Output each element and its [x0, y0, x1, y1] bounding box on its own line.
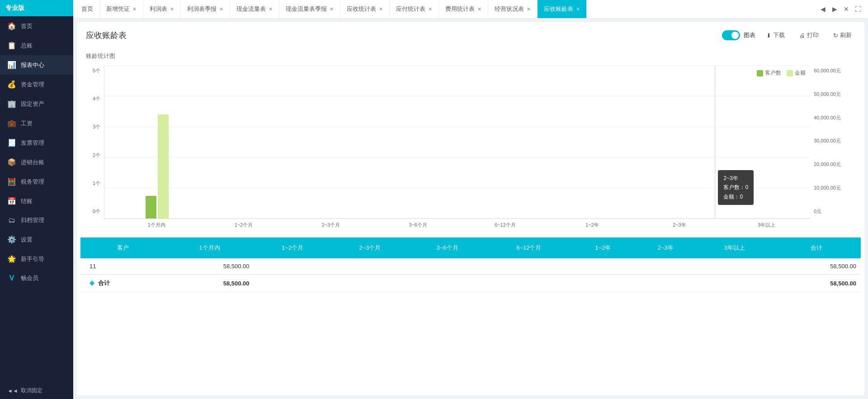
cell-customer: 11 — [80, 258, 165, 275]
sidebar-item-label: 结账 — [21, 197, 33, 205]
download-label: 下载 — [773, 31, 785, 39]
aging-table: 客户 1个月内 1~2个月 2~3个月 3~6个月 6~12个月 1~2年 2~… — [80, 238, 861, 292]
cell-m612 — [486, 258, 571, 275]
table-header-row: 客户 1个月内 1~2个月 2~3个月 3~6个月 6~12个月 1~2年 2~… — [80, 238, 861, 258]
sidebar-item-tax[interactable]: 🧮 税务管理 — [0, 172, 73, 191]
th-customer: 客户 — [80, 238, 165, 258]
th-m36: 3~6个月 — [409, 238, 486, 258]
payroll-icon: 💼 — [7, 119, 16, 128]
sidebar-item-home[interactable]: 🏠 首页 — [0, 16, 73, 36]
th-y12: 1~2年 — [572, 238, 635, 258]
sidebar-item-label: 首页 — [21, 22, 33, 30]
cell-y23 — [634, 258, 697, 275]
cell-m23 — [331, 258, 409, 275]
chart-bars-row — [104, 66, 810, 218]
tab-aging[interactable]: 应收账龄表 ✕ — [538, 0, 587, 18]
tab-close-aging[interactable]: ✕ — [576, 6, 580, 12]
tab-nav-prev[interactable]: ◀ — [817, 4, 828, 14]
sidebar: 专业版 🏠 首页 📋 总账 📊 报表中心 💰 资金管理 🏢 固定资产 💼 工资 … — [0, 0, 73, 399]
sidebar-item-vip[interactable]: V 畅会员 — [0, 269, 73, 288]
total-y12 — [572, 275, 635, 292]
tab-close-cashflow-quarterly[interactable]: ✕ — [330, 6, 334, 12]
sidebar-item-archive[interactable]: 🗂 归档管理 — [0, 211, 73, 230]
tab-cashflow[interactable]: 现金流量表 ✕ — [230, 0, 279, 18]
sidebar-item-label: 报表中心 — [21, 61, 44, 69]
tab-close-profit[interactable]: ✕ — [170, 6, 174, 12]
sidebar-item-settings[interactable]: ⚙️ 设置 — [0, 230, 73, 249]
download-button[interactable]: ⬇ 下载 — [763, 29, 788, 41]
tab-bar: 首页 新增凭证 ✕ 利润表 ✕ 利润表季报 ✕ 现金流量表 ✕ 现金流量表季报 … — [73, 0, 868, 19]
tab-nav-buttons: ◀ ▶ ✕ ⛶ — [815, 4, 866, 14]
tab-payable-stats[interactable]: 应付统计表 ✕ — [390, 0, 439, 18]
chart-middle: 2~3年 客户数：0 金额：0 1个月内 1~2个月 2~3个月 3~6个月 6… — [104, 66, 810, 228]
tab-nav-next[interactable]: ▶ — [829, 4, 840, 14]
print-label: 打印 — [807, 31, 819, 39]
sidebar-logo: 专业版 — [0, 0, 73, 16]
main-area: 首页 新增凭证 ✕ 利润表 ✕ 利润表季报 ✕ 现金流量表 ✕ 现金流量表季报 … — [73, 0, 868, 399]
header-actions: 图表 ⬇ 下载 🖨 打印 ↻ 刷新 — [722, 29, 855, 41]
sidebar-item-funds[interactable]: 💰 资金管理 — [0, 75, 73, 94]
print-button[interactable]: 🖨 打印 — [796, 29, 822, 41]
tab-fullscreen[interactable]: ⛶ — [853, 4, 863, 14]
settings-icon: ⚙️ — [7, 235, 16, 244]
vip-icon: V — [7, 274, 16, 282]
chart-toggle[interactable] — [722, 30, 740, 40]
tab-close-profit-quarterly[interactable]: ✕ — [219, 6, 223, 12]
chart-toggle-wrap: 图表 — [722, 30, 755, 40]
total-m612 — [486, 275, 571, 292]
tab-expense-stats[interactable]: 费用统计表 ✕ — [439, 0, 488, 18]
sidebar-collapse-btn[interactable]: ◄◄ 取消固定 — [0, 382, 73, 399]
sidebar-item-label: 归档管理 — [21, 216, 44, 224]
chart-toggle-label: 图表 — [744, 31, 755, 39]
sidebar-item-label: 发票管理 — [21, 139, 44, 147]
tab-profit-quarterly[interactable]: 利润表季报 ✕ — [181, 0, 230, 18]
tab-close-voucher[interactable]: ✕ — [132, 6, 137, 12]
bar-customer-0 — [146, 196, 156, 218]
th-total: 合计 — [772, 238, 861, 258]
tab-close-expense-stats[interactable]: ✕ — [477, 6, 481, 12]
refresh-button[interactable]: ↻ 刷新 — [830, 29, 855, 41]
tab-close-all[interactable]: ✕ — [841, 4, 852, 14]
tab-close-cashflow[interactable]: ✕ — [269, 6, 273, 12]
table-total-row: ◈ 合计 58,500.00 58,500.00 — [80, 275, 861, 292]
th-m612: 6~12个月 — [486, 238, 571, 258]
tab-close-operation[interactable]: ✕ — [527, 6, 531, 12]
tab-voucher[interactable]: 新增凭证 ✕ — [100, 0, 143, 18]
refresh-icon: ↻ — [833, 32, 838, 39]
funds-icon: 💰 — [7, 80, 16, 89]
tab-close-payable-stats[interactable]: ✕ — [428, 6, 432, 12]
total-m23 — [331, 275, 409, 292]
page-title: 应收账龄表 — [86, 30, 127, 41]
tab-home[interactable]: 首页 — [75, 0, 100, 18]
sidebar-item-reports[interactable]: 📊 报表中心 — [0, 55, 73, 75]
sidebar-item-ledger[interactable]: 📋 总账 — [0, 36, 73, 55]
sidebar-item-assets[interactable]: 🏢 固定资产 — [0, 94, 73, 114]
th-m12: 1~2个月 — [254, 238, 331, 258]
ledger-icon: 📋 — [7, 41, 16, 50]
sidebar-item-closing[interactable]: 📅 结账 — [0, 191, 73, 211]
cell-total: 58,500.00 — [772, 258, 861, 275]
inventory-icon: 📦 — [7, 158, 16, 166]
chart-container: 客户数 金额 5个 4个 3个 2个 1个 0个 — [86, 66, 855, 228]
th-m23: 2~3个月 — [331, 238, 409, 258]
tab-cashflow-quarterly[interactable]: 现金流量表季报 ✕ — [279, 0, 340, 18]
total-y23 — [634, 275, 697, 292]
tab-profit[interactable]: 利润表 ✕ — [143, 0, 181, 18]
sidebar-item-label: 税务管理 — [21, 178, 44, 186]
tab-close-receivable-stats[interactable]: ✕ — [379, 6, 383, 12]
sidebar-item-payroll[interactable]: 💼 工资 — [0, 114, 73, 133]
table-row: 11 58,500.00 58,500.00 — [80, 258, 861, 275]
sidebar-item-invoice[interactable]: 🧾 发票管理 — [0, 133, 73, 152]
tab-operation[interactable]: 经营状况表 ✕ — [488, 0, 538, 18]
sidebar-item-guide[interactable]: 🌟 新手引导 — [0, 249, 73, 269]
collapse-icon: ◄◄ — [7, 388, 18, 394]
bar-amount-0 — [158, 114, 169, 218]
tab-receivable-stats[interactable]: 应收统计表 ✕ — [340, 0, 390, 18]
chart-y-axis-left: 5个 4个 3个 2个 1个 0个 — [86, 66, 104, 228]
sidebar-item-inventory[interactable]: 📦 进销台账 — [0, 152, 73, 172]
sidebar-item-label: 进销台账 — [21, 158, 44, 166]
sidebar-item-label: 畅会员 — [21, 274, 38, 282]
archive-icon: 🗂 — [7, 216, 16, 224]
chart-area: 账龄统计图 客户数 金额 5个 4个 3个 — [77, 47, 864, 238]
cell-m1: 58,500.00 — [165, 258, 254, 275]
